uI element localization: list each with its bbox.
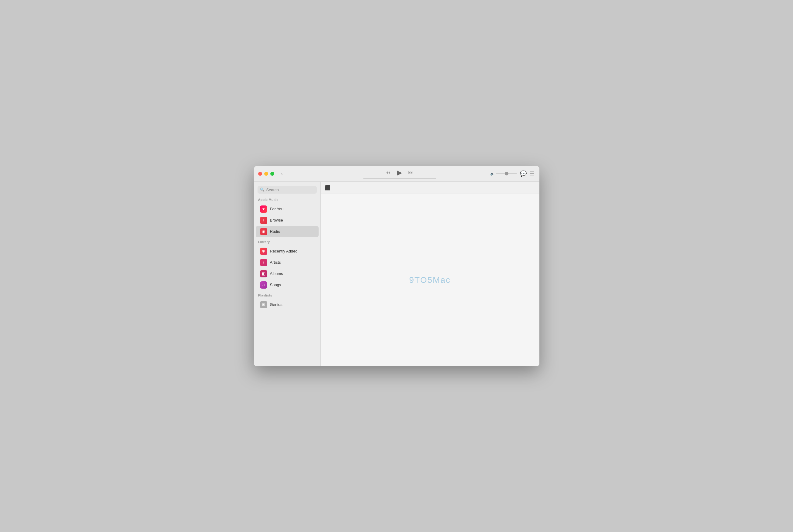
recently-added-icon: ⊕	[260, 248, 267, 255]
library-section: Library ⊕ Recently Added ♪ Artists ◧ Alb…	[254, 240, 320, 290]
songs-icon: ♫	[260, 281, 267, 289]
albums-icon: ◧	[260, 270, 267, 278]
fast-forward-button[interactable]: ⏭	[408, 169, 414, 176]
transport-controls: ⏮ ▶ ⏭	[385, 169, 414, 177]
volume-slider[interactable]: 🔈	[490, 172, 517, 176]
content-area: 🔍 Apple Music ♥ For You ♪ Browse ◉ Radio	[254, 182, 539, 366]
back-button[interactable]: ‹	[279, 170, 285, 177]
search-icon: 🔍	[260, 188, 264, 192]
traffic-lights: ‹	[254, 170, 321, 177]
sidebar: 🔍 Apple Music ♥ For You ♪ Browse ◉ Radio	[254, 182, 321, 366]
volume-knob	[505, 172, 509, 175]
genius-label: Genius	[270, 302, 282, 307]
browse-label: Browse	[270, 218, 283, 223]
songs-label: Songs	[270, 283, 281, 287]
sidebar-item-radio[interactable]: ◉ Radio	[256, 226, 319, 237]
queue-button[interactable]: ☰	[530, 170, 535, 177]
play-button[interactable]: ▶	[397, 169, 402, 177]
genius-icon: ⊞	[260, 301, 267, 308]
volume-low-icon: 🔈	[490, 172, 495, 176]
sidebar-item-browse[interactable]: ♪ Browse	[256, 215, 319, 226]
albums-label: Albums	[270, 271, 283, 276]
sidebar-item-songs[interactable]: ♫ Songs	[256, 280, 319, 290]
lyrics-button[interactable]: 💬	[520, 170, 527, 177]
radio-label: Radio	[270, 229, 280, 234]
titlebar-center: ⏮ ▶ ⏭	[321, 169, 479, 179]
app-window: ‹ ⏮ ▶ ⏭ 🔈 💬 ☰ 🔍	[254, 166, 539, 366]
minimize-button[interactable]	[264, 172, 268, 176]
recently-added-label: Recently Added	[270, 249, 298, 253]
rewind-button[interactable]: ⏮	[385, 169, 391, 176]
watermark-text: 9TO5Mac	[409, 275, 450, 285]
library-label: Library	[254, 240, 320, 246]
radio-icon: ◉	[260, 228, 267, 235]
for-you-label: For You	[270, 207, 284, 211]
main-body: 9TO5Mac	[321, 194, 539, 366]
sidebar-item-for-you[interactable]: ♥ For You	[256, 204, 319, 214]
volume-track	[496, 173, 517, 174]
main-content: ⬛ 9TO5Mac	[321, 182, 539, 366]
main-toolbar: ⬛	[321, 182, 539, 194]
sidebar-item-recently-added[interactable]: ⊕ Recently Added	[256, 246, 319, 257]
sidebar-item-artists[interactable]: ♪ Artists	[256, 257, 319, 268]
close-button[interactable]	[258, 172, 262, 176]
screen-button[interactable]: ⬛	[325, 185, 330, 191]
playlists-label: Playlists	[254, 293, 320, 299]
browse-icon: ♪	[260, 217, 267, 224]
playlists-section: Playlists ⊞ Genius	[254, 293, 320, 310]
search-box[interactable]: 🔍	[258, 186, 317, 194]
sidebar-item-albums[interactable]: ◧ Albums	[256, 268, 319, 279]
apple-music-label: Apple Music	[254, 198, 320, 203]
search-input[interactable]	[266, 188, 314, 192]
sidebar-item-genius[interactable]: ⊞ Genius	[256, 299, 319, 310]
maximize-button[interactable]	[270, 172, 274, 176]
artists-label: Artists	[270, 260, 281, 265]
titlebar-right: 🔈 💬 ☰	[479, 170, 539, 177]
apple-music-section: Apple Music ♥ For You ♪ Browse ◉ Radio	[254, 198, 320, 237]
for-you-icon: ♥	[260, 206, 267, 213]
artists-icon: ♪	[260, 259, 267, 266]
titlebar: ‹ ⏮ ▶ ⏭ 🔈 💬 ☰	[254, 166, 539, 182]
progress-bar[interactable]	[363, 178, 436, 179]
